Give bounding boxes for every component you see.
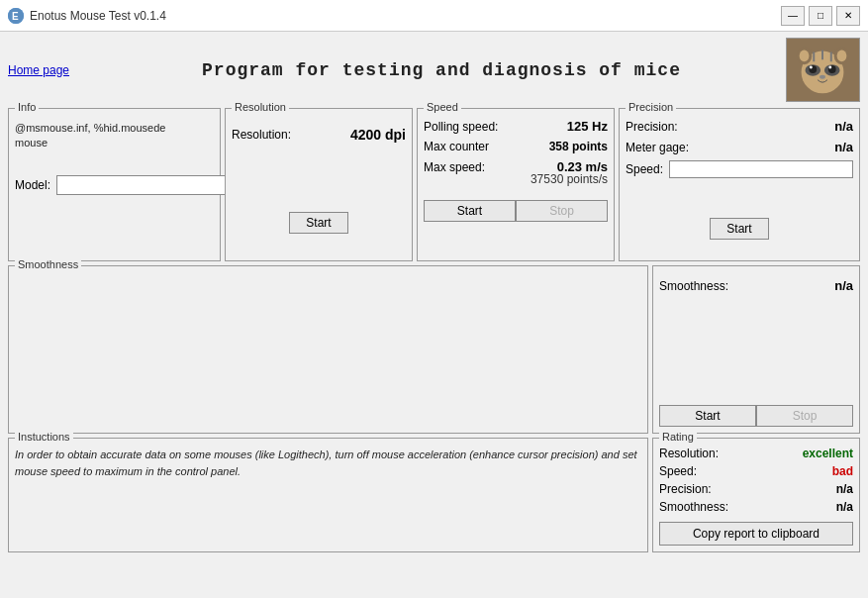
svg-point-12 bbox=[810, 66, 813, 69]
resolution-label: Resolution: bbox=[232, 128, 291, 142]
speed-start-button[interactable]: Start bbox=[424, 200, 516, 222]
instructions-panel: Instuctions In order to obtain accurate … bbox=[8, 438, 648, 552]
svg-point-14 bbox=[820, 75, 825, 79]
app-icon: E bbox=[8, 8, 24, 24]
rating-precision-row: Precision: n/a bbox=[659, 482, 853, 496]
rating-precision-label: Precision: bbox=[659, 482, 712, 496]
speed-stop-button[interactable]: Stop bbox=[516, 200, 608, 222]
header-row: Home page Program for testing and diagno… bbox=[8, 38, 860, 102]
main-content: Home page Program for testing and diagno… bbox=[0, 32, 868, 558]
rating-smoothness-row: Smoothness: n/a bbox=[659, 500, 853, 514]
model-input[interactable] bbox=[56, 175, 230, 195]
smoothness-right-panel: Smoothness: n/a Start Stop bbox=[652, 265, 860, 434]
precision-start-button[interactable]: Start bbox=[710, 218, 768, 240]
rating-precision-value: n/a bbox=[836, 482, 853, 496]
maximize-button[interactable]: □ bbox=[809, 6, 832, 26]
copy-report-button[interactable]: Copy report to clipboard bbox=[659, 522, 853, 546]
precision-legend: Precision bbox=[626, 101, 676, 113]
info-device-text: @msmouse.inf, %hid.mousedemouse bbox=[15, 121, 214, 151]
top-panels-row: Info @msmouse.inf, %hid.mousedemouse Mod… bbox=[8, 108, 860, 261]
svg-point-13 bbox=[828, 66, 831, 69]
rating-resolution-label: Resolution: bbox=[659, 447, 719, 460]
model-row: Model: bbox=[15, 175, 214, 195]
window-controls: — □ ✕ bbox=[781, 6, 860, 26]
smoothness-stop-button[interactable]: Stop bbox=[756, 405, 853, 427]
app-title: Program for testing and diagnosis of mic… bbox=[97, 60, 786, 80]
precision-label: Precision: bbox=[626, 120, 678, 134]
rating-smoothness-label: Smoothness: bbox=[659, 500, 728, 514]
svg-point-6 bbox=[800, 50, 810, 62]
speed-btn-row: Start Stop bbox=[424, 200, 608, 222]
bottom-row: Instuctions In order to obtain accurate … bbox=[8, 438, 860, 552]
speed-legend: Speed bbox=[424, 101, 461, 113]
max-counter-value: 358 points bbox=[549, 140, 608, 153]
precision-btn-row: Start bbox=[626, 218, 853, 240]
rating-panel: Rating Resolution: excellent Speed: bad … bbox=[652, 438, 860, 552]
polling-row: Polling speed: 125 Hz bbox=[424, 119, 608, 134]
minimize-button[interactable]: — bbox=[781, 6, 805, 26]
resolution-start-button[interactable]: Start bbox=[289, 212, 347, 234]
rating-resolution-value: excellent bbox=[803, 447, 853, 460]
rating-speed-row: Speed: bad bbox=[659, 464, 853, 478]
rating-smoothness-value: n/a bbox=[836, 500, 853, 514]
precision-panel: Precision Precision: n/a Meter gage: n/a… bbox=[619, 108, 860, 261]
info-panel: Info @msmouse.inf, %hid.mousedemouse Mod… bbox=[8, 108, 221, 261]
meter-gage-label: Meter gage: bbox=[626, 141, 689, 154]
info-legend: Info bbox=[15, 101, 39, 113]
raccoon-image bbox=[786, 38, 860, 102]
smoothness-start-button[interactable]: Start bbox=[659, 405, 756, 427]
title-bar: E Enotus Mouse Test v0.1.4 — □ ✕ bbox=[0, 0, 868, 32]
polling-value: 125 Hz bbox=[567, 119, 608, 134]
max-speed-label: Max speed: bbox=[424, 160, 485, 174]
svg-point-7 bbox=[837, 50, 847, 62]
resolution-legend: Resolution bbox=[232, 101, 289, 113]
precision-row: Precision: n/a bbox=[626, 119, 853, 134]
max-counter-row: Max counter 358 points bbox=[424, 140, 608, 153]
smoothness-section: Smoothness Smoothness: n/a Start Stop bbox=[8, 265, 860, 434]
prec-speed-row: Speed: bbox=[626, 160, 853, 178]
resolution-panel: Resolution Resolution: 4200 dpi Start bbox=[225, 108, 413, 261]
rating-speed-value: bad bbox=[832, 464, 853, 478]
smoothness-label: Smoothness: bbox=[659, 279, 728, 293]
window-title: Enotus Mouse Test v0.1.4 bbox=[30, 9, 166, 23]
polling-label: Polling speed: bbox=[424, 120, 498, 134]
max-speed-sub: 37530 points/s bbox=[424, 172, 608, 186]
rating-speed-label: Speed: bbox=[659, 464, 697, 478]
resolution-value: 4200 dpi bbox=[350, 127, 406, 143]
smoothness-value-row: Smoothness: n/a bbox=[659, 278, 853, 293]
rating-resolution-row: Resolution: excellent bbox=[659, 447, 853, 460]
model-label: Model: bbox=[15, 178, 50, 192]
smoothness-btn-row: Start Stop bbox=[659, 405, 853, 427]
rating-legend: Rating bbox=[659, 431, 697, 443]
smoothness-legend: Smoothness bbox=[15, 258, 81, 270]
instructions-text: In order to obtain accurate data on some… bbox=[15, 447, 641, 479]
resolution-row: Resolution: 4200 dpi bbox=[232, 127, 406, 143]
svg-text:E: E bbox=[12, 11, 19, 22]
resolution-btn-row: Start bbox=[232, 212, 406, 234]
smoothness-panel: Smoothness bbox=[8, 265, 648, 434]
prec-speed-bar bbox=[669, 160, 853, 178]
home-page-link[interactable]: Home page bbox=[8, 63, 87, 77]
instructions-legend: Instuctions bbox=[15, 431, 73, 443]
meter-gage-row: Meter gage: n/a bbox=[626, 140, 853, 154]
prec-speed-label: Speed: bbox=[626, 162, 663, 176]
meter-gage-value: n/a bbox=[834, 140, 853, 154]
max-counter-label: Max counter bbox=[424, 140, 489, 153]
close-button[interactable]: ✕ bbox=[836, 6, 860, 26]
precision-value: n/a bbox=[834, 119, 853, 134]
speed-panel: Speed Polling speed: 125 Hz Max counter … bbox=[417, 108, 615, 261]
smoothness-value: n/a bbox=[834, 278, 853, 293]
